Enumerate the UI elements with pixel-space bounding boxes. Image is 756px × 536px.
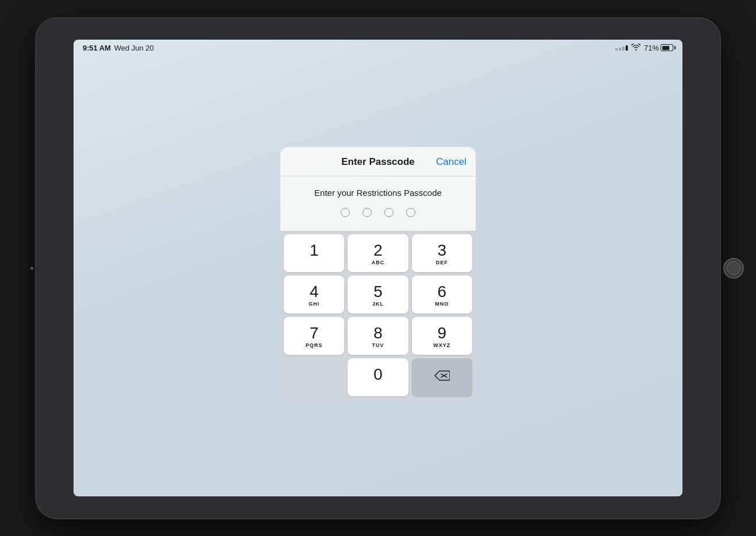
signal-icon [615,45,628,51]
delete-button[interactable] [412,358,472,396]
key-6[interactable]: 6 MNO [412,275,472,313]
passcode-dialog: Enter Passcode Cancel Enter your Restric… [280,146,476,399]
passcode-dots [292,207,464,217]
ipad-screen: 9:51 AM Wed Jun 20 [74,40,682,496]
battery-icon [661,44,673,51]
home-button[interactable] [723,258,744,279]
passcode-dot-1 [341,207,350,217]
delete-icon [434,370,450,384]
passcode-dot-2 [362,207,372,217]
dialog-title: Enter Passcode [341,156,415,167]
side-camera [30,267,33,269]
passcode-dot-3 [384,207,394,217]
ipad-frame: 9:51 AM Wed Jun 20 [36,18,720,518]
battery-percent: 71% [644,44,659,52]
key-1[interactable]: 1 [284,234,344,272]
wifi-icon [631,44,641,52]
battery-indicator: 71% [644,44,673,52]
cancel-button[interactable]: Cancel [436,156,466,167]
key-empty [284,358,344,396]
key-8[interactable]: 8 TUV [348,317,408,354]
key-2[interactable]: 2 ABC [348,234,408,272]
dialog-body: Enter your Restrictions Passcode [280,176,476,230]
status-date: Wed Jun 20 [114,44,154,52]
numpad: 1 2 ABC 3 DEF 4 GHI 5 JKL [280,230,476,399]
key-5[interactable]: 5 JKL [348,275,408,313]
key-0[interactable]: 0 [348,358,408,396]
dialog-header: Enter Passcode Cancel [280,146,476,176]
status-time: 9:51 AM [83,44,111,52]
passcode-dot-4 [406,207,415,217]
key-4[interactable]: 4 GHI [284,275,344,313]
key-7[interactable]: 7 PQRS [284,317,344,354]
dialog-prompt: Enter your Restrictions Passcode [292,187,464,197]
key-3[interactable]: 3 DEF [412,234,472,272]
status-right-icons: 71% [615,44,673,52]
status-bar: 9:51 AM Wed Jun 20 [74,40,682,56]
key-9[interactable]: 9 WXYZ [412,317,472,354]
